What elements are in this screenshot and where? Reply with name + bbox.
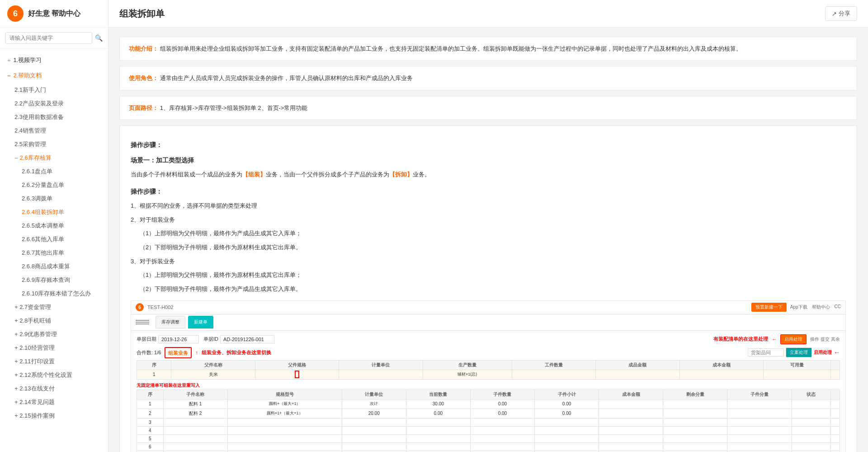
annotation-arrow-2: ↑ xyxy=(195,350,198,355)
mock-user: CC xyxy=(835,304,841,310)
path-block: 页面路径： 1、库存核算->库存管理->组装拆卸单 2、首页->常用功能 xyxy=(119,96,857,120)
search-box: 🔍 xyxy=(0,28,108,49)
sidebar-item-ledger-fix[interactable]: 2.6.10库存账本错了怎么办 xyxy=(0,287,108,300)
scene1-desc-text: 当由多个子件材料组装成一个成品的业务为 xyxy=(131,171,242,178)
mock-table-parent: 序 父件名称 父件规格 计量单位 生产数量 工件数量 成品金额 成本金额 可用量 xyxy=(137,360,840,380)
path-text: 1、库存核算->库存管理->组装拆卸单 2、首页->常用功能 xyxy=(160,105,308,111)
sidebar-item-other-out[interactable]: 2.6.7其他出库单 xyxy=(0,246,108,260)
collapse-icon: − xyxy=(7,72,11,79)
mock-process-btn[interactable]: 启用处理 xyxy=(780,334,807,344)
sidebar-item-finance[interactable]: + 2.7资金管理 xyxy=(0,300,108,314)
sidebar-item-stocktake[interactable]: 2.6.1盘点单 xyxy=(0,165,108,178)
mock-company: TEST-H002 xyxy=(147,305,173,310)
table-row: 5 xyxy=(137,434,840,442)
steps-title: 操作步骤： xyxy=(131,141,846,149)
mock-help-center: 帮助中心 xyxy=(812,304,830,310)
mock-tab-new[interactable]: 新建单 xyxy=(188,316,213,328)
sidebar-item-video[interactable]: + 1.视频学习 xyxy=(0,52,108,68)
sidebar-item-assembly[interactable]: 2.6.4组装拆卸单 xyxy=(0,205,108,219)
sidebar-item-sales[interactable]: 2.4销售管理 xyxy=(0,124,108,138)
sidebar-item-payment[interactable]: + 2.13在线支付 xyxy=(0,382,108,395)
intro-text: 组装拆卸单用来处理企业组装或拆卸等加工业务，支持有固定装配清单的产品加工业务，也… xyxy=(160,45,742,52)
sidebar-item-cost-recalc[interactable]: 2.6.8商品成本重算 xyxy=(0,260,108,273)
main-header: 组装拆卸单 ↗ 分享 xyxy=(108,0,868,28)
sidebar-item-print[interactable]: + 2.11打印设置 xyxy=(0,355,108,368)
role-label: 使用角色： xyxy=(129,75,158,81)
mock-extra-btns: 操作 提交 其余 xyxy=(810,336,840,343)
logo-icon: 6 xyxy=(7,5,24,22)
share-icon: ↗ xyxy=(832,10,837,17)
share-button[interactable]: ↗ 分享 xyxy=(825,6,857,21)
sidebar: 6 好生意 帮助中心 🔍 + 1.视频学习 − 2.帮助文档 2.1新手入门 2… xyxy=(0,0,108,452)
sidebar-item-ledger-query[interactable]: 2.6.9库存账本查询 xyxy=(0,273,108,287)
mock-shelf-input[interactable] xyxy=(748,348,784,357)
steps-title2: 操作步骤： xyxy=(131,188,846,196)
content-area: 功能介绍： 组装拆卸单用来处理企业组装或拆卸等加工业务，支持有固定装配清单的产品… xyxy=(108,28,868,452)
mock-date-input[interactable] xyxy=(158,335,199,343)
role-block: 使用角色： 通常由生产人员或库管人员完成拆装业务的操作，库管人员确认原材料的出库… xyxy=(119,66,857,90)
sidebar-item-docs[interactable]: − 2.帮助文档 xyxy=(0,68,108,83)
mock-type-selector[interactable]: 组装业务 xyxy=(165,347,192,358)
sidebar-item-transfer[interactable]: 2.6.3调拨单 xyxy=(0,192,108,205)
sidebar-item-customize[interactable]: + 2.12系统个性化设置 xyxy=(0,368,108,382)
mock-type-row: 合件数: 1/6 组装业务 ↑ 组装业务、拆卸业务在这里切换 立案处理 启用处理 xyxy=(137,347,840,358)
table-row: 1 关米 辅材×1(总) xyxy=(137,370,840,379)
screenshot-container: 6 TEST-H002 预置新建一下 App下载 帮助中心 CC xyxy=(131,300,846,452)
steps-block: 操作步骤： 场景一：加工类型选择 当由多个子件材料组装成一个成品的业务为【组装】… xyxy=(119,125,857,452)
step3: 3、对于拆装业务 xyxy=(131,256,846,267)
mock-logo: 6 xyxy=(136,303,144,311)
sidebar-item-install[interactable]: 2.2产品安装及登录 xyxy=(0,97,108,110)
sidebar-item-other-in[interactable]: 2.6.6其他入库单 xyxy=(0,233,108,246)
table-row: 2 配料 2 颜料×1+（最大+1） 20.00 0.00 0.00 0.00 xyxy=(137,409,840,418)
mock-screenshot: 6 TEST-H002 预置新建一下 App下载 帮助中心 CC xyxy=(131,301,845,452)
mock-field-date: 单据日期 xyxy=(137,335,199,343)
sidebar-item-operations[interactable]: + 2.10经营管理 xyxy=(0,341,108,355)
sidebar-item-coupon[interactable]: + 2.9优惠券管理 xyxy=(0,328,108,341)
main-content: 组装拆卸单 ↗ 分享 功能介绍： 组装拆卸单用来处理企业组装或拆卸等加工业务，支… xyxy=(108,0,868,452)
search-icon[interactable]: 🔍 xyxy=(95,34,103,42)
mock-tab-adjust[interactable]: 库存调整 xyxy=(156,316,185,328)
sidebar-item-data-prep[interactable]: 2.3使用前数据准备 xyxy=(0,110,108,124)
mock-app-download: App下载 xyxy=(790,304,807,310)
path-label: 页面路径： xyxy=(129,105,158,111)
annotation-arrow-1: ← xyxy=(772,337,777,342)
mock-field-id: 单据ID xyxy=(203,335,274,343)
sidebar-item-mobile[interactable]: + 2.8手机旺铺 xyxy=(0,314,108,328)
sidebar-item-inventory[interactable]: − 2.6库存核算 xyxy=(0,151,108,165)
mock-annotation-type: 组装业务、拆卸业务在这里切换 xyxy=(202,349,271,356)
mock-annotation-process: 启用处理 xyxy=(814,349,832,356)
mock-table-child: 序 子件名称 规格型号 计量单位 当前数量 子件数量 子件小计 成本金额 剩余分… xyxy=(137,390,840,452)
table-row: 4 xyxy=(137,426,840,434)
step2: 2、对于组装业务 xyxy=(131,214,846,226)
page-title: 组装拆卸单 xyxy=(119,8,165,20)
search-input[interactable] xyxy=(5,32,92,44)
mock-id-input[interactable] xyxy=(220,335,274,343)
mock-preset-btn[interactable]: 预置新建一下 xyxy=(751,303,787,312)
sidebar-header: 6 好生意 帮助中心 xyxy=(0,0,108,28)
mock-annotation-row: 无固定清单可组装在这里重写入 xyxy=(137,382,840,389)
role-text: 通常由生产人员或库管人员完成拆装业务的操作，库管人员确认原材料的出库和产成品的入… xyxy=(160,75,413,81)
sidebar-item-cost-adjust[interactable]: 2.6.5成本调整单 xyxy=(0,219,108,233)
table-row: 1 配料 1 颜料+（最大+1） 次计 30.00 0.00 0.00 xyxy=(137,399,840,409)
sidebar-item-faq[interactable]: + 2.14常见问题 xyxy=(0,395,108,409)
annotation-arrow-3: ← xyxy=(834,349,840,356)
sidebar-item-beginner[interactable]: 2.1新手入门 xyxy=(0,83,108,97)
scene1-desc: 当由多个子件材料组装成一个成品的业务为【组装】业务，当由一个父件拆分成多个子产品… xyxy=(131,169,846,181)
intro-label: 功能介绍： xyxy=(129,45,158,52)
mock-annotation-bom: 有装配清单的在这里处理 xyxy=(713,336,768,343)
mock-sub-area: 立案处理 启用处理 ← xyxy=(748,347,840,357)
sidebar-item-cases[interactable]: + 2.15操作案例 xyxy=(0,409,108,423)
sidebar-item-partial-stocktake[interactable]: 2.6.2分量盘点单 xyxy=(0,178,108,192)
sidebar-item-purchase[interactable]: 2.5采购管理 xyxy=(0,138,108,151)
step3-2: （2）下部明细为子件明细，最终作为产成品生成其它入库单。 xyxy=(131,284,846,295)
mock-nav: 库存调整 新建单 xyxy=(131,314,845,331)
step2-1: （1）上部明细为父件明细，最终作为产成品生成其它入库单； xyxy=(131,228,846,239)
step1: 1、根据不同的业务，选择不同单据的类型来处理 xyxy=(131,200,846,212)
mock-count-label: 合件数: 1/6 xyxy=(137,349,161,356)
expand-icon: + xyxy=(7,57,11,64)
mock-annotation-nofixed: 无固定清单可组装在这里重写入 xyxy=(137,382,200,389)
table-row: 6 xyxy=(137,442,840,451)
table-row: 3 xyxy=(137,418,840,426)
collapse-icon-2: − xyxy=(14,155,18,162)
mock-sub-btn[interactable]: 立案处理 xyxy=(786,347,812,357)
